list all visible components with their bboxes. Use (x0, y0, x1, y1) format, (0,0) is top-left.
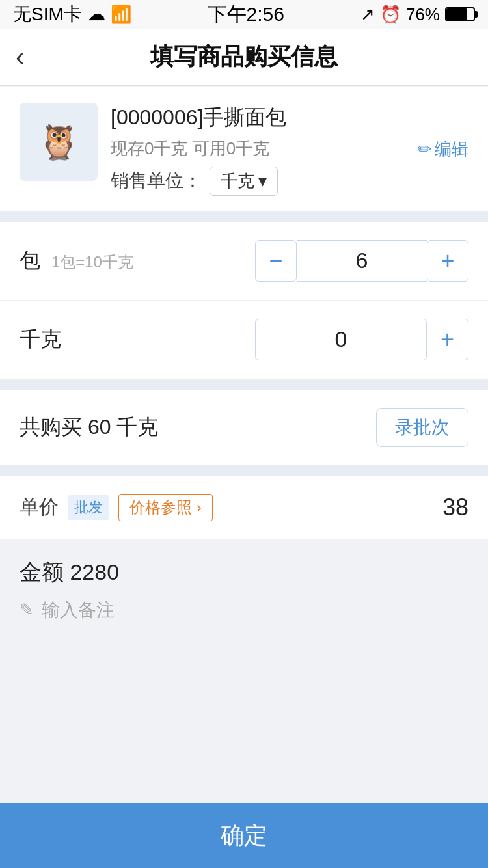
amount-value: 2280 (70, 560, 119, 584)
status-right: ↗ ⏰ 76% (360, 5, 475, 25)
status-left: 无SIM卡 ☁ 📶 (13, 2, 131, 27)
bao-stepper: − + (255, 240, 468, 282)
kg-plus-button[interactable]: + (427, 319, 468, 360)
divider-2 (0, 379, 488, 390)
nav-bar: ‹ 填写商品购买信息 (0, 29, 488, 86)
kg-stepper: + (255, 319, 468, 360)
kg-input[interactable] (255, 319, 427, 360)
battery-icon (445, 7, 475, 21)
page-title: 填写商品购买信息 (150, 41, 338, 73)
note-row[interactable]: ✎ 输入备注 (20, 598, 468, 623)
unit-value: 千克 (221, 170, 254, 193)
amount-row: 金额 2280 (20, 558, 468, 588)
dropdown-arrow-icon: ▾ (258, 171, 267, 191)
bao-input[interactable] (297, 240, 427, 282)
edit-label: 编辑 (435, 138, 468, 161)
edit-icon: ✏ (418, 139, 432, 159)
status-time: 下午2:56 (208, 1, 284, 28)
total-row: 共购买 60 千克 录批次 (0, 390, 488, 465)
amount-label: 金额 (20, 560, 64, 584)
bao-plus-button[interactable]: + (427, 240, 468, 282)
product-unit-row: 销售单位： 千克 ▾ (111, 167, 468, 196)
product-stock: 现存0千克 可用0千克 (111, 137, 468, 160)
input-section: 包 1包=10千克 − + 千克 + (0, 222, 488, 379)
bao-label: 包 1包=10千克 (20, 247, 255, 275)
kg-label: 千克 (20, 325, 255, 354)
edit-button[interactable]: ✏ 编辑 (418, 138, 468, 161)
location-icon: ↗ (360, 5, 375, 25)
confirm-label: 确定 (221, 820, 267, 852)
note-placeholder: 输入备注 (42, 598, 115, 623)
sim-label: 无SIM卡 ☁ (13, 2, 105, 27)
pencil-icon: ✎ (20, 600, 34, 620)
wifi-icon: 📶 (111, 5, 131, 25)
content-wrap: 🦉 [0000006]手撕面包 现存0千克 可用0千克 销售单位： 千克 ▾ ✏… (0, 86, 488, 867)
total-text: 共购买 60 千克 (20, 413, 158, 442)
tag-pifa: 批发 (68, 495, 109, 520)
price-section: 单价 批发 价格参照 › 38 (0, 476, 488, 539)
batch-button[interactable]: 录批次 (376, 408, 468, 447)
bao-row: 包 1包=10千克 − + (0, 222, 488, 301)
product-name: [0000006]手撕面包 (111, 103, 468, 132)
kg-row: 千克 + (0, 301, 488, 379)
battery-percent: 76% (406, 5, 440, 25)
bao-hint: 1包=10千克 (51, 253, 133, 271)
amount-section: 金额 2280 ✎ 输入备注 (0, 539, 488, 633)
product-thumb-icon: 🦉 (38, 122, 80, 162)
alarm-icon: ⏰ (380, 5, 401, 25)
product-info: [0000006]手撕面包 现存0千克 可用0千克 销售单位： 千克 ▾ (111, 103, 468, 196)
bao-minus-button[interactable]: − (255, 240, 297, 282)
confirm-button[interactable]: 确定 (0, 803, 488, 868)
unit-label: 销售单位： (111, 169, 202, 193)
back-button[interactable]: ‹ (16, 42, 24, 72)
product-thumbnail: 🦉 (20, 103, 98, 181)
price-label: 单价 (20, 494, 59, 521)
divider-1 (0, 211, 488, 222)
unit-dropdown[interactable]: 千克 ▾ (210, 167, 278, 196)
divider-3 (0, 465, 488, 476)
product-section: 🦉 [0000006]手撕面包 现存0千克 可用0千克 销售单位： 千克 ▾ ✏… (0, 87, 488, 211)
price-left: 单价 批发 价格参照 › (20, 494, 213, 521)
status-bar: 无SIM卡 ☁ 📶 下午2:56 ↗ ⏰ 76% (0, 0, 488, 29)
price-ref-button[interactable]: 价格参照 › (118, 494, 213, 521)
price-value: 38 (442, 494, 468, 521)
